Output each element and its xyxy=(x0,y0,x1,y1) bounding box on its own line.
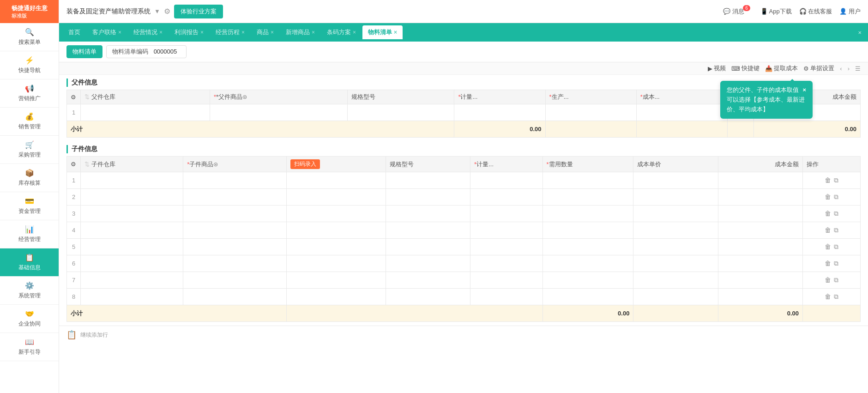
child-unit-cost-3[interactable] xyxy=(633,206,718,222)
sidebar-item-search[interactable]: 🔍 搜索菜单 xyxy=(0,23,59,51)
tab-bom-close[interactable]: × xyxy=(394,29,397,36)
child-qty-4[interactable] xyxy=(542,222,633,239)
close-all-tabs[interactable]: × xyxy=(855,29,864,36)
tab-customer-close[interactable]: × xyxy=(118,29,121,36)
copy-icon[interactable]: ⧉ xyxy=(834,210,838,218)
child-col-settings[interactable]: ⚙ xyxy=(67,157,81,172)
child-spec-1[interactable] xyxy=(386,172,470,189)
child-qty-3[interactable] xyxy=(542,206,633,222)
child-warehouse-8[interactable] xyxy=(81,289,183,305)
tab-goods-close[interactable]: × xyxy=(271,29,274,36)
tab-new-goods[interactable]: 新增商品 × xyxy=(280,25,320,39)
child-goods-4[interactable] xyxy=(183,222,286,239)
view-button[interactable]: ▶ 视频 xyxy=(708,64,726,73)
child-goods-8[interactable] xyxy=(183,289,286,305)
nav-next-button[interactable]: › xyxy=(848,65,850,72)
tab-profit-close[interactable]: × xyxy=(200,29,204,36)
delete-icon[interactable]: 🗑 xyxy=(825,243,831,251)
tab-operations-close[interactable]: × xyxy=(159,29,163,36)
sidebar-item-purchase[interactable]: 🛒 采购管理 xyxy=(0,136,59,164)
extract-cost-button[interactable]: 📥 提取成本 xyxy=(765,64,798,73)
child-unit-1[interactable] xyxy=(470,172,543,189)
child-spec-7[interactable] xyxy=(386,272,470,289)
child-unit-cost-1[interactable] xyxy=(633,172,718,189)
tab-barcode-close[interactable]: × xyxy=(353,29,356,36)
child-col-scan[interactable]: 扫码录入 xyxy=(286,157,386,172)
child-qty-5[interactable] xyxy=(542,239,633,255)
dropdown-arrow-icon[interactable]: ▼ xyxy=(154,8,160,15)
delete-icon[interactable]: 🗑 xyxy=(825,210,831,218)
child-unit-cost-7[interactable] xyxy=(633,272,718,289)
scan-button[interactable]: 扫码录入 xyxy=(290,159,320,169)
user-avatar[interactable]: 👤 用户 xyxy=(839,7,861,16)
parent-warehouse-cell[interactable] xyxy=(81,104,210,121)
tab-customer[interactable]: 客户联络 × xyxy=(87,25,127,39)
tab-history-close[interactable]: × xyxy=(241,29,245,36)
child-warehouse-6[interactable] xyxy=(81,255,183,272)
child-goods-6[interactable] xyxy=(183,255,286,272)
child-spec-4[interactable] xyxy=(386,222,470,239)
delete-icon[interactable]: 🗑 xyxy=(825,260,831,267)
child-unit-cost-5[interactable] xyxy=(633,239,718,255)
child-unit-cost-6[interactable] xyxy=(633,255,718,272)
child-goods-1[interactable] xyxy=(183,172,286,189)
child-spec-6[interactable] xyxy=(386,255,470,272)
child-warehouse-4[interactable] xyxy=(81,222,183,239)
sidebar-item-inventory[interactable]: 📦 库存核算 xyxy=(0,164,59,192)
child-unit-cost-2[interactable] xyxy=(633,189,718,206)
sidebar-item-finance[interactable]: 💳 资金管理 xyxy=(0,192,59,220)
child-warehouse-1[interactable] xyxy=(81,172,183,189)
child-qty-8[interactable] xyxy=(542,289,633,305)
child-qty-1[interactable] xyxy=(542,172,633,189)
child-unit-cost-4[interactable] xyxy=(633,222,718,239)
child-goods-2[interactable] xyxy=(183,189,286,206)
sidebar-item-system[interactable]: ⚙️ 系统管理 xyxy=(0,277,59,305)
copy-icon[interactable]: ⧉ xyxy=(834,176,838,184)
add-row-icon[interactable]: 📋 xyxy=(66,330,77,340)
child-spec-2[interactable] xyxy=(386,189,470,206)
child-spec-3[interactable] xyxy=(386,206,470,222)
child-warehouse-7[interactable] xyxy=(81,272,183,289)
single-settings-button[interactable]: ⚙ 单据设置 xyxy=(803,64,834,73)
copy-icon[interactable]: ⧉ xyxy=(834,260,838,267)
nav-prev-button[interactable]: ‹ xyxy=(840,65,842,72)
child-qty-6[interactable] xyxy=(542,255,633,272)
tab-profit[interactable]: 利润报告 × xyxy=(169,25,209,39)
child-unit-7[interactable] xyxy=(470,272,543,289)
copy-icon[interactable]: ⧉ xyxy=(834,226,838,234)
tab-bom[interactable]: 物料清单 × xyxy=(362,25,403,39)
child-goods-3[interactable] xyxy=(183,206,286,222)
child-unit-2[interactable] xyxy=(470,189,543,206)
child-unit-cost-8[interactable] xyxy=(633,289,718,305)
sidebar-item-quicknav[interactable]: ⚡ 快捷导航 xyxy=(0,51,59,79)
shortcut-button[interactable]: ⌨ 快捷键 xyxy=(731,64,760,73)
child-warehouse-3[interactable] xyxy=(81,206,183,222)
child-unit-4[interactable] xyxy=(470,222,543,239)
trial-button[interactable]: 体验行业方案 xyxy=(174,5,223,18)
sidebar-item-sales[interactable]: 💰 销售管理 xyxy=(0,108,59,136)
parent-goods-cell[interactable] xyxy=(210,104,347,121)
copy-icon[interactable]: ⧉ xyxy=(834,193,838,201)
child-qty-2[interactable] xyxy=(542,189,633,206)
parent-spec-cell[interactable] xyxy=(348,104,454,121)
sidebar-item-basic-info[interactable]: 📋 基础信息 xyxy=(0,248,59,277)
tab-operations[interactable]: 经营情况 × xyxy=(128,25,168,39)
child-spec-8[interactable] xyxy=(386,289,470,305)
delete-icon[interactable]: 🗑 xyxy=(825,226,831,234)
delete-icon[interactable]: 🗑 xyxy=(825,193,831,201)
delete-icon[interactable]: 🗑 xyxy=(825,293,831,301)
tab-history[interactable]: 经营历程 × xyxy=(210,25,250,39)
sidebar-item-management[interactable]: 📊 经营管理 xyxy=(0,220,59,248)
delete-icon[interactable]: 🗑 xyxy=(825,276,831,284)
sidebar-item-guide[interactable]: 📖 新手引导 xyxy=(0,333,59,361)
child-goods-7[interactable] xyxy=(183,272,286,289)
copy-icon[interactable]: ⧉ xyxy=(834,243,838,251)
layout-icon[interactable]: ☰ xyxy=(855,65,861,72)
copy-icon[interactable]: ⧉ xyxy=(834,293,838,301)
child-spec-5[interactable] xyxy=(386,239,470,255)
child-qty-7[interactable] xyxy=(542,272,633,289)
child-warehouse-5[interactable] xyxy=(81,239,183,255)
tab-barcode[interactable]: 条码方案 × xyxy=(321,25,362,39)
child-unit-8[interactable] xyxy=(470,289,543,305)
parent-unit-cell[interactable] xyxy=(454,104,545,121)
